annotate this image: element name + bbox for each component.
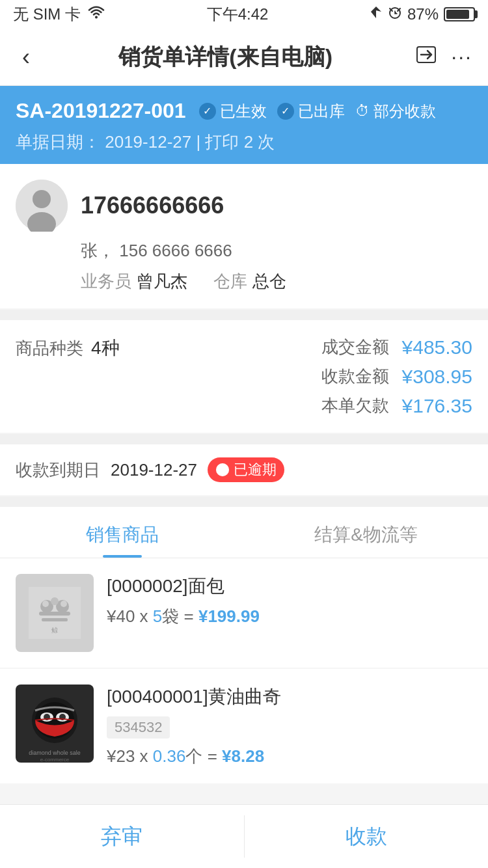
product-info-2: [000400001]黄油曲奇 534532 ¥23 x 0.36个 = ¥8.… xyxy=(107,685,472,768)
carrier-text: 无 SIM 卡 xyxy=(13,4,81,25)
check-effective-icon: ✓ xyxy=(199,103,216,120)
customer-meta: 业务员 曾凡杰 仓库 总仓 xyxy=(16,270,472,293)
amount-received: ¥308.95 xyxy=(402,366,472,388)
sales-label: 业务员 xyxy=(81,270,131,293)
due-section: 收款到期日 2019-12-27 ! 已逾期 xyxy=(0,444,488,495)
check-shipped-icon: ✓ xyxy=(277,103,294,120)
order-header: SA-20191227-001 ✓ 已生效 ✓ 已出库 ⏱ 部分收款 单据日期：… xyxy=(0,86,488,164)
customer-phone: 17666666666 xyxy=(81,192,224,219)
product-info-1: [0000002]面包 ¥40 x 5袋 = ¥199.99 xyxy=(107,574,472,628)
svg-text:!: ! xyxy=(221,465,224,475)
customer-row: 17666666666 xyxy=(16,180,472,232)
amount-row-total: 成交金额 ¥485.30 xyxy=(321,336,472,359)
back-button[interactable]: ‹ xyxy=(16,37,36,77)
svg-point-4 xyxy=(33,190,51,208)
confirm-button[interactable]: 收款 xyxy=(245,805,489,868)
customer-section: 17666666666 张， 156 6666 6666 业务员 曾凡杰 仓库 … xyxy=(0,164,488,308)
order-id: SA-20191227-001 xyxy=(16,99,186,123)
product-thumb-2: diamond whole sale e-commerce xyxy=(16,685,94,763)
overdue-badge: ! 已逾期 xyxy=(208,457,284,482)
svg-text:e-commerce: e-commerce xyxy=(40,757,70,763)
tab-settlement[interactable]: 结算&物流等 xyxy=(244,507,488,558)
more-button[interactable]: ··· xyxy=(451,45,472,69)
customer-alt-info: 张， 156 6666 6666 xyxy=(16,239,472,262)
svg-text:鲸: 鲸 xyxy=(51,627,58,634)
stats-section: 商品种类 4种 成交金额 ¥485.30 收款金额 ¥308.95 本单欠款 ¥… xyxy=(0,320,488,433)
divider-1 xyxy=(0,310,488,320)
time-display: 下午4:42 xyxy=(207,4,269,25)
product-type-count: 商品种类 4种 xyxy=(16,336,120,360)
status-tags: ✓ 已生效 ✓ 已出库 ⏱ 部分收款 xyxy=(199,101,436,122)
warehouse-name: 总仓 xyxy=(252,270,286,293)
battery-percentage: 87% xyxy=(407,5,439,23)
product-price-2: ¥23 x 0.36个 = ¥8.28 xyxy=(107,745,472,768)
status-right: 87% xyxy=(370,5,475,23)
product-item-1: 鲸 [0000002]面包 ¥40 x 5袋 = ¥199.99 xyxy=(0,558,488,668)
share-button[interactable] xyxy=(414,43,438,71)
status-left: 无 SIM 卡 xyxy=(13,4,105,25)
alarm-icon xyxy=(388,5,402,23)
svg-point-12 xyxy=(51,597,59,605)
status-partial: ⏱ 部分收款 xyxy=(355,101,436,122)
bottom-bar: 弃审 收款 xyxy=(0,804,488,868)
due-date-value: 2019-12-27 xyxy=(111,460,197,480)
product-thumb-1: 鲸 xyxy=(16,574,94,652)
customer-avatar xyxy=(16,180,68,232)
svg-rect-14 xyxy=(42,618,68,621)
amount-row-received: 收款金额 ¥308.95 xyxy=(321,365,472,388)
order-date-info: 单据日期： 2019-12-27 | 打印 2 次 xyxy=(16,131,472,154)
svg-rect-13 xyxy=(39,612,70,616)
svg-point-17 xyxy=(61,601,67,607)
status-shipped: ✓ 已出库 xyxy=(277,101,345,122)
sales-name: 曾凡杰 xyxy=(137,270,187,293)
svg-text:diamond whole sale: diamond whole sale xyxy=(29,750,81,756)
product-list: 鲸 [0000002]面包 ¥40 x 5袋 = ¥199.99 xyxy=(0,558,488,783)
status-bar: 无 SIM 卡 下午4:42 87% xyxy=(0,0,488,29)
tab-products[interactable]: 销售商品 xyxy=(0,507,244,558)
wifi-icon xyxy=(87,5,105,23)
location-icon xyxy=(370,5,383,23)
due-label: 收款到期日 xyxy=(16,459,100,481)
svg-point-16 xyxy=(42,601,49,607)
status-effective: ✓ 已生效 xyxy=(199,101,267,122)
product-item-2: diamond whole sale e-commerce [000400001… xyxy=(0,669,488,783)
product-price-1: ¥40 x 5袋 = ¥199.99 xyxy=(107,605,472,628)
stats-right: 成交金额 ¥485.30 收款金额 ¥308.95 本单欠款 ¥176.35 xyxy=(321,336,472,417)
stats-left: 商品种类 4种 xyxy=(16,336,120,360)
amount-total: ¥485.30 xyxy=(402,336,472,359)
battery-icon xyxy=(444,7,475,21)
cancel-button[interactable]: 弃审 xyxy=(0,805,244,868)
tab-bar: 销售商品 结算&物流等 xyxy=(0,507,488,558)
product-sku-2: 534532 xyxy=(107,716,170,739)
page-title: 销货单详情(来自电脑) xyxy=(36,42,414,72)
amount-debt: ¥176.35 xyxy=(402,395,472,417)
nav-right-actions: ··· xyxy=(414,43,472,71)
divider-2 xyxy=(0,434,488,444)
warehouse-label: 仓库 xyxy=(213,270,247,293)
nav-bar: ‹ 销货单详情(来自电脑) ··· xyxy=(0,29,488,86)
amount-row-debt: 本单欠款 ¥176.35 xyxy=(321,394,472,417)
svg-point-0 xyxy=(95,16,98,19)
divider-3 xyxy=(0,496,488,507)
product-name-2: [000400001]黄油曲奇 xyxy=(107,685,472,709)
product-name-1: [0000002]面包 xyxy=(107,574,472,599)
